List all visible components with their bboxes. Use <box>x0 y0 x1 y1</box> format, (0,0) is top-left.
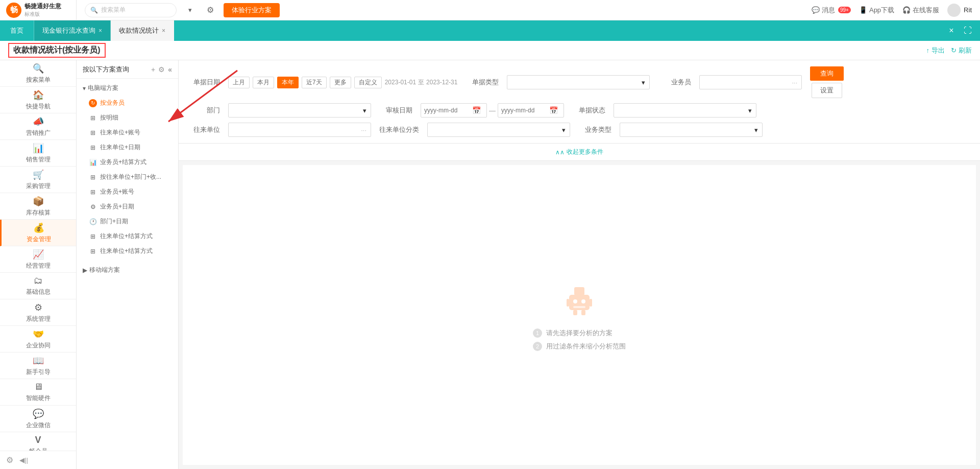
audit-start-input[interactable]: 📅 <box>421 103 487 118</box>
scheme-item-icon-dd: 🕐 <box>89 218 97 226</box>
collapse-sidebar-btn[interactable]: ◀|| <box>19 456 28 464</box>
sidebar-item-system[interactable]: ⚙ 系统管理 <box>0 299 76 326</box>
sidebar-item-management[interactable]: 📈 经营管理 <box>0 246 76 273</box>
sidebar-item-marketing[interactable]: 📣 营销推广 <box>0 113 76 140</box>
app-icon: 📱 <box>859 6 867 14</box>
collapse-bar[interactable]: ∧∧ 收起更多条件 <box>179 144 980 161</box>
scheme-item-salesperson-settle[interactable]: 📊 业务员+结算方式 <box>77 155 178 170</box>
sidebar-item-search[interactable]: 🔍 搜索菜单 <box>0 60 76 87</box>
tab-collection-stats[interactable]: 收款情况统计 × <box>111 20 174 41</box>
scheme-item-partner-date[interactable]: ⊞ 往来单位+日期 <box>77 140 178 155</box>
tab-bank-flow-close[interactable]: × <box>99 27 102 34</box>
date-btn-this-year[interactable]: 本年 <box>277 77 299 88</box>
salesperson-more-btn[interactable]: ··· <box>792 79 797 86</box>
counterpart-more-btn[interactable]: ··· <box>361 126 366 134</box>
scheme-item-partner-settle2[interactable]: ⊞ 往来单位+结算方式 <box>77 244 178 259</box>
app-download-action[interactable]: 📱 App下载 <box>859 6 894 15</box>
scheme-item-dept-date[interactable]: 🕐 部门+日期 <box>77 214 178 229</box>
scheme-item-partner-settle1[interactable]: ⊞ 往来单位+结算方式 <box>77 229 178 244</box>
sidebar-label-basic-info: 基础信息 <box>26 288 51 296</box>
dept-select[interactable]: ▾ <box>228 103 371 118</box>
scheme-item-salesperson-date[interactable]: ⚙ 业务员+日期 <box>77 199 178 214</box>
bill-type-chevron: ▾ <box>642 79 645 86</box>
sidebar-item-hardware[interactable]: 🖥 智能硬件 <box>0 379 76 406</box>
settings-icon[interactable]: ⚙ <box>203 3 217 17</box>
sidebar-label-system: 系统管理 <box>26 315 51 323</box>
scheme-collapse-btn[interactable]: « <box>168 65 172 74</box>
counterpart-category-label: 往来单位分类 <box>379 125 419 134</box>
scheme-item-icon-pa: ⊞ <box>89 129 97 137</box>
export-icon: ↑ <box>926 46 930 54</box>
tab-bank-flow-label: 现金银行流水查询 <box>42 26 95 35</box>
sidebar-item-finance[interactable]: 💰 资金管理 <box>0 220 76 246</box>
date-btn-this-month[interactable]: 本月 <box>253 77 274 88</box>
audit-date-dash: — <box>489 107 496 114</box>
tab-home[interactable]: 首页 <box>0 20 34 41</box>
scheme-item-icon-sac: ⊞ <box>89 188 97 196</box>
tab-maximize-btn[interactable]: ⛶ <box>962 25 974 37</box>
bill-status-select[interactable]: ▾ <box>614 103 756 118</box>
scheme-item-detail[interactable]: ⊞ 按明细 <box>77 110 178 125</box>
settings-bottom-icon[interactable]: ⚙ <box>6 455 13 465</box>
sidebar-label-inventory: 库存核算 <box>26 208 51 217</box>
message-icon: 💬 <box>812 6 820 14</box>
sidebar-item-quick-nav[interactable]: 🏠 快捷导航 <box>0 87 76 113</box>
audit-start-calendar-icon[interactable]: 📅 <box>472 106 481 114</box>
empty-icon <box>559 279 600 320</box>
audit-end-text[interactable] <box>501 107 547 114</box>
search-box[interactable]: 🔍 搜索菜单 <box>85 3 177 17</box>
bill-type-select[interactable]: ▾ <box>507 75 650 89</box>
scheme-item-salesperson-account[interactable]: ⊞ 业务员+账号 <box>77 184 178 199</box>
scheme-item-icon-pd: ⊞ <box>89 144 97 152</box>
date-btn-more[interactable]: 更多 <box>330 77 351 88</box>
sidebar-item-wechat[interactable]: 💬 企业微信 <box>0 406 76 432</box>
sidebar-item-basic-info[interactable]: 🗂 基础信息 <box>0 273 76 299</box>
salesperson-text-input[interactable] <box>704 79 790 86</box>
svg-rect-8 <box>573 310 577 315</box>
scheme-add-btn[interactable]: + <box>151 65 155 74</box>
audit-end-calendar-icon[interactable]: 📅 <box>549 106 558 114</box>
tab-bank-flow[interactable]: 现金银行流水查询 × <box>34 20 111 41</box>
counterpart-category-select[interactable]: ▾ <box>427 123 570 137</box>
message-label: 消息 <box>822 6 835 15</box>
business-type-select[interactable]: ▾ <box>620 123 763 137</box>
scheme-settings-btn[interactable]: ⚙ <box>158 65 165 74</box>
sidebar-item-purchase[interactable]: 🛒 采购管理 <box>0 167 76 193</box>
date-btn-last-month[interactable]: 上月 <box>228 77 250 88</box>
filter-settings-button[interactable]: 设置 <box>812 83 842 98</box>
scheme-item-icon-pdc: ⊞ <box>89 173 97 181</box>
counterpart-text-input[interactable] <box>233 126 359 134</box>
sidebar-item-sales[interactable]: 📊 销售管理 <box>0 140 76 167</box>
sidebar-item-inventory[interactable]: 📦 库存核算 <box>0 193 76 220</box>
sidebar-label-management: 经营管理 <box>26 262 51 270</box>
sidebar-item-cooperation[interactable]: 🤝 企业协同 <box>0 326 76 353</box>
mobile-scheme-section: ▶ 移动端方案 <box>77 261 178 279</box>
page-title: 收款情况统计(按业务员) <box>8 43 106 58</box>
dropdown-icon[interactable]: ▾ <box>183 3 197 17</box>
counterpart-input[interactable]: ··· <box>228 123 371 137</box>
user-area[interactable]: Rit <box>947 4 972 17</box>
desktop-section-header[interactable]: ▾ 电脑端方案 <box>77 81 178 96</box>
date-btn-custom[interactable]: 自定义 <box>354 77 382 88</box>
scheme-panel: 按以下方案查询 + ⚙ « ▾ 电脑端方案 ↻ 按业务员 <box>77 60 179 469</box>
scheme-item-partner-dept[interactable]: ⊞ 按往来单位+部门+收... <box>77 170 178 184</box>
system-icon: ⚙ <box>34 302 42 313</box>
sidebar-item-guide[interactable]: 📖 新手引导 <box>0 353 76 379</box>
scheme-item-partner-account[interactable]: ⊞ 往来单位+账号 <box>77 125 178 140</box>
trial-button[interactable]: 体验行业方案 <box>224 3 280 17</box>
main-layout: 🔍 搜索菜单 🏠 快捷导航 📣 营销推广 📊 销售管理 🛒 采购管理 📦 库存核… <box>0 60 980 469</box>
audit-end-input[interactable]: 📅 <box>498 103 564 118</box>
scheme-item-by-salesperson[interactable]: ↻ 按业务员 <box>77 96 178 110</box>
export-button[interactable]: ↑ 导出 <box>926 46 945 55</box>
salesperson-input[interactable]: ··· <box>699 75 802 89</box>
refresh-button[interactable]: ↻ 刷新 <box>951 46 972 55</box>
search-button[interactable]: 查询 <box>810 66 844 81</box>
online-service-action[interactable]: 🎧 在线客服 <box>902 6 939 15</box>
tab-collection-stats-label: 收款情况统计 <box>119 26 159 35</box>
audit-start-text[interactable] <box>424 107 470 114</box>
tab-collection-stats-close[interactable]: × <box>162 27 165 34</box>
tab-close-all-btn[interactable]: × <box>945 25 958 37</box>
message-action[interactable]: 💬 消息 99+ <box>812 6 851 15</box>
mobile-section-header[interactable]: ▶ 移动端方案 <box>77 263 178 277</box>
date-btn-7days[interactable]: 近7天 <box>302 77 327 88</box>
